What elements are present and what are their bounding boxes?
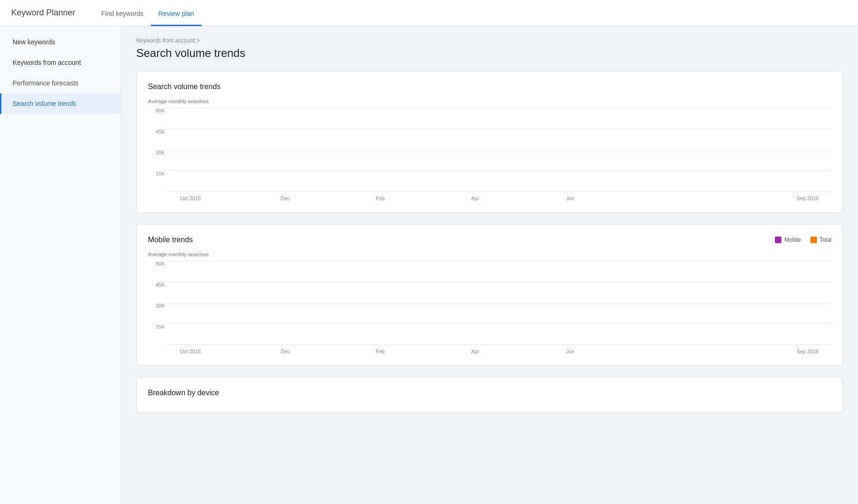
y-label-15k: 15K xyxy=(148,171,165,176)
x-label-sep-1 xyxy=(689,196,737,201)
mobile-trends-card: Mobile trends Mobile Total Average month… xyxy=(136,224,843,366)
x2-label-feb: Feb xyxy=(357,349,404,354)
chart1-x-axis: Oct 2015 Dec Feb Apr Jun xyxy=(167,196,831,201)
chart2-area: Average monthly searches 60K 45K 30K 15K xyxy=(148,252,831,354)
sidebar-item-performance-forecasts[interactable]: Performance forecasts xyxy=(0,73,121,93)
layout: New keywords Keywords from account Perfo… xyxy=(0,26,858,504)
search-volume-trends-card: Search volume trends Average monthly sea… xyxy=(136,71,843,213)
x-label-sep-2 xyxy=(737,196,784,201)
x2-label-jul xyxy=(594,349,641,354)
x2-label-apr: Apr xyxy=(451,349,499,354)
x-label-aug xyxy=(641,196,689,201)
x2-label-may xyxy=(499,349,547,354)
x-label-dec: Dec xyxy=(261,196,309,201)
chart1-y-axis: 60K 45K 30K 15K xyxy=(148,108,165,192)
x2-label-nov xyxy=(214,349,262,354)
x-label-mar xyxy=(404,196,452,201)
sidebar-item-keywords-from-account[interactable]: Keywords from account xyxy=(0,52,121,73)
breadcrumb-parent[interactable]: Keywords from account xyxy=(136,37,195,44)
x-label-sep2016: Sep 2016 xyxy=(784,196,831,201)
chart1-area: Average monthly searches 60K 45K 30K 15K xyxy=(148,98,831,201)
legend-mobile-dot xyxy=(775,237,781,243)
x2-label-sep2016: Sep 2016 xyxy=(784,349,831,354)
chart2-bars xyxy=(167,261,831,345)
sidebar-item-new-keywords[interactable]: New keywords xyxy=(0,32,121,52)
y2-label-60k: 60K xyxy=(148,261,165,266)
legend-total: Total xyxy=(810,237,831,243)
breadcrumb: Keywords from account > xyxy=(136,37,843,44)
y-label-45k: 45K xyxy=(148,129,165,134)
chart1-wrapper: 60K 45K 30K 15K xyxy=(148,108,831,201)
tab-review-plan[interactable]: Review plan xyxy=(151,10,201,26)
page-title: Search volume trends xyxy=(136,47,843,60)
sidebar-item-search-volume-trends[interactable]: Search volume trends xyxy=(0,93,121,114)
x2-label-sep1 xyxy=(689,349,737,354)
tab-find-keywords[interactable]: Find keywords xyxy=(94,10,151,26)
chart2-container: 60K 45K 30K 15K xyxy=(167,261,831,354)
x2-label-mar xyxy=(404,349,452,354)
y2-label-15k: 15K xyxy=(148,324,165,329)
card1-title: Search volume trends xyxy=(148,83,831,91)
legend-total-dot xyxy=(810,237,817,243)
legend-mobile-label: Mobile xyxy=(784,237,801,243)
chart2-legend: Mobile Total xyxy=(775,237,831,243)
card3-title: Breakdown by device xyxy=(148,389,831,397)
legend-mobile: Mobile xyxy=(775,237,801,243)
chart2-wrapper: 60K 45K 30K 15K xyxy=(148,261,831,354)
y2-label-45k: 45K xyxy=(148,282,165,287)
x-label-jan xyxy=(309,196,357,201)
app-title: Keyword Planner xyxy=(11,8,75,18)
y-label-60k: 60K xyxy=(148,108,165,113)
chart1-container: 60K 45K 30K 15K xyxy=(167,108,831,201)
breadcrumb-separator: > xyxy=(197,37,200,44)
x2-label-oct: Oct 2015 xyxy=(167,349,214,354)
sidebar: New keywords Keywords from account Perfo… xyxy=(0,26,121,504)
x-label-apr: Apr xyxy=(451,196,499,201)
x-label-oct: Oct 2015 xyxy=(167,196,214,201)
chart2-x-axis: Oct 2015 Dec Feb Apr Jun xyxy=(167,349,831,354)
x-label-may xyxy=(499,196,547,201)
x2-label-jun: Jun xyxy=(547,349,594,354)
main-content: Keywords from account > Search volume tr… xyxy=(121,26,858,504)
x-label-jun: Jun xyxy=(547,196,594,201)
x2-label-aug xyxy=(641,349,689,354)
x-label-feb: Feb xyxy=(357,196,404,201)
legend-total-label: Total xyxy=(820,237,831,243)
chart1-bars xyxy=(167,108,831,192)
x2-label-dec: Dec xyxy=(261,349,309,354)
x-label-jul xyxy=(594,196,641,201)
card2-title: Mobile trends xyxy=(148,236,193,244)
header: Keyword Planner Find keywords Review pla… xyxy=(0,0,858,26)
x2-label-jan xyxy=(309,349,357,354)
y-label-30k: 30K xyxy=(148,150,165,155)
breakdown-card: Breakdown by device xyxy=(136,377,843,413)
chart2-y-label: Average monthly searches xyxy=(148,252,831,257)
y2-label-30k: 30K xyxy=(148,303,165,308)
x-label-nov xyxy=(214,196,262,201)
chart1-y-label: Average monthly searches xyxy=(148,98,831,104)
nav-tabs: Find keywords Review plan xyxy=(94,0,202,26)
x2-label-sep2 xyxy=(737,349,784,354)
chart2-y-axis: 60K 45K 30K 15K xyxy=(148,261,165,345)
